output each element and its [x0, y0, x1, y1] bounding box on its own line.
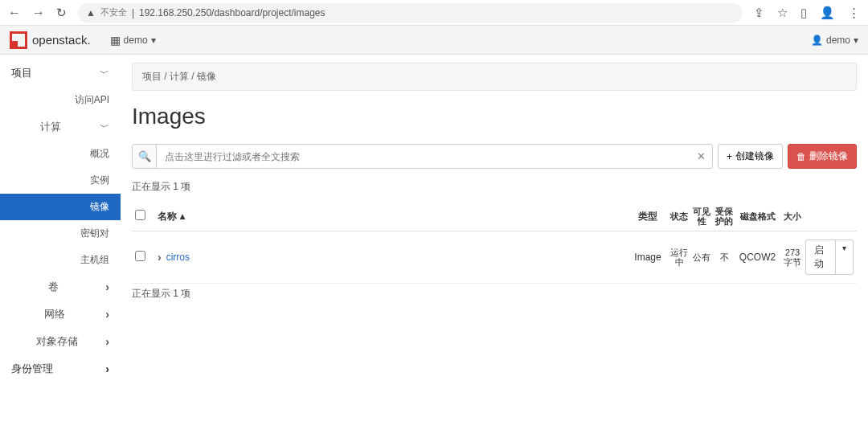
user-name: demo	[826, 35, 850, 46]
row-visibility: 公有	[690, 252, 713, 262]
sort-asc-icon: ▴	[180, 211, 185, 222]
browser-chrome: ← → ↻ ▲ 不安全 | 192.168.250.250/dashboard/…	[0, 0, 868, 26]
insecure-label: 不安全	[100, 6, 127, 18]
chevron-right-icon: ›	[105, 362, 109, 375]
sidebar-item-instances[interactable]: 实例	[0, 167, 121, 194]
sidebar-item-overview[interactable]: 概况	[0, 141, 121, 167]
sidebar-item-hostgroups[interactable]: 主机组	[0, 247, 121, 273]
menu-icon[interactable]: ⋮	[848, 6, 860, 20]
clear-search-icon[interactable]: ✕	[691, 145, 712, 168]
breadcrumb: 项目 / 计算 / 镜像	[132, 63, 857, 91]
header-checkbox-cell	[135, 210, 158, 223]
address-separator: |	[132, 7, 134, 18]
action-dropdown-caret-icon[interactable]: ▾	[836, 240, 853, 274]
insecure-warning-icon: ▲	[86, 7, 96, 18]
header-disk-format[interactable]: 磁盘格式	[735, 211, 780, 221]
row-checkbox-cell	[135, 251, 158, 264]
star-icon[interactable]: ☆	[777, 6, 788, 20]
row-status: 运行中	[668, 248, 690, 267]
header-type[interactable]: 类型	[628, 210, 668, 223]
launch-button[interactable]: 启动	[806, 240, 836, 274]
breadcrumb-images: 镜像	[197, 71, 216, 82]
count-top: 正在显示 1 项	[132, 177, 857, 202]
main-content: 项目 / 计算 / 镜像 Images 🔍 ✕ + 创建镜像 🗑 删除镜像 正在…	[121, 55, 868, 383]
chevron-down-icon: ﹀	[100, 67, 109, 80]
openstack-logo-icon	[10, 31, 27, 49]
search-container: 🔍 ✕	[132, 144, 713, 169]
brand-text: openstack.	[32, 33, 91, 47]
row-protected: 不	[713, 252, 735, 262]
page-title: Images	[132, 104, 857, 129]
row-name-cell[interactable]: › cirros	[158, 251, 628, 264]
header-name[interactable]: 名称 ▴	[158, 210, 628, 223]
chevron-right-icon: ›	[105, 308, 109, 321]
chevron-right-icon: ›	[105, 280, 109, 293]
sidebar-item-identity[interactable]: 身份管理 ›	[0, 355, 121, 383]
browser-right-icons: ⇪ ☆ ▯ 👤 ⋮	[754, 6, 860, 20]
images-table: 名称 ▴ 类型 状态 可见性 受保护的 磁盘格式 大小 › cirros	[132, 202, 857, 284]
chevron-right-icon: ›	[105, 335, 109, 348]
sidebar-item-images[interactable]: 镜像	[0, 194, 121, 220]
chevron-down-icon: ﹀	[100, 121, 109, 134]
header-status[interactable]: 状态	[668, 211, 690, 221]
search-icon[interactable]: 🔍	[133, 145, 157, 168]
delete-image-button[interactable]: 🗑 删除镜像	[788, 144, 857, 169]
expand-row-icon[interactable]: ›	[158, 251, 162, 264]
image-name-link[interactable]: cirros	[166, 252, 190, 263]
browser-reload-icon[interactable]: ↻	[56, 6, 67, 20]
toolbar: 🔍 ✕ + 创建镜像 🗑 删除镜像	[132, 144, 857, 169]
browser-address-bar[interactable]: ▲ 不安全 | 192.168.250.250/dashboard/projec…	[78, 3, 743, 23]
table-header: 名称 ▴ 类型 状态 可见性 受保护的 磁盘格式 大小	[132, 202, 857, 231]
plus-icon: +	[727, 151, 732, 162]
browser-url-text: 192.168.250.250/dashboard/project/images	[139, 7, 326, 18]
breadcrumb-project[interactable]: 项目	[142, 71, 162, 82]
user-selector[interactable]: 👤 demo ▾	[811, 35, 858, 46]
sidebar-item-keypairs[interactable]: 密钥对	[0, 220, 121, 247]
panel-icon[interactable]: ▯	[800, 6, 807, 20]
header-protected[interactable]: 受保护的	[713, 207, 735, 226]
row-action-button: 启动 ▾	[805, 239, 854, 275]
trash-icon: 🗑	[796, 151, 806, 162]
select-all-checkbox[interactable]	[135, 210, 145, 220]
chevron-down-icon: ▾	[151, 35, 156, 46]
sidebar-item-project[interactable]: 项目 ﹀	[0, 59, 121, 87]
chevron-down-icon: ▾	[854, 35, 858, 46]
row-type: Image	[628, 252, 668, 263]
sidebar-item-volumes[interactable]: 卷 ›	[0, 273, 121, 301]
sidebar-item-network[interactable]: 网络 ›	[0, 301, 121, 328]
sidebar-item-api[interactable]: 访问API	[0, 87, 121, 113]
search-input[interactable]	[157, 145, 691, 168]
table-row: › cirros Image 运行中 公有 不 QCOW2 273 字节 启动 …	[132, 231, 857, 284]
breadcrumb-compute[interactable]: 计算	[170, 71, 189, 82]
sidebar-item-compute[interactable]: 计算 ﹀	[0, 113, 121, 141]
app-header: openstack. ▦ demo ▾ 👤 demo ▾	[0, 26, 868, 55]
header-visibility[interactable]: 可见性	[690, 207, 713, 226]
row-action-cell: 启动 ▾	[805, 239, 854, 275]
browser-forward-icon[interactable]: →	[32, 6, 45, 20]
row-disk-format: QCOW2	[735, 252, 780, 263]
project-name: demo	[124, 35, 148, 46]
count-bottom: 正在显示 1 项	[132, 284, 857, 309]
row-size: 273 字节	[780, 248, 805, 267]
project-dot-icon: ▦	[110, 34, 121, 47]
row-select-checkbox[interactable]	[135, 251, 145, 261]
browser-back-icon[interactable]: ←	[8, 6, 21, 20]
profile-icon[interactable]: 👤	[820, 6, 835, 20]
header-size[interactable]: 大小	[780, 211, 805, 221]
sidebar-item-object-storage[interactable]: 对象存储 ›	[0, 328, 121, 355]
user-icon: 👤	[811, 35, 823, 46]
share-icon[interactable]: ⇪	[754, 6, 764, 20]
create-image-button[interactable]: + 创建镜像	[718, 144, 783, 169]
project-selector[interactable]: ▦ demo ▾	[110, 34, 156, 47]
sidebar: 项目 ﹀ 访问API 计算 ﹀ 概况 实例 镜像 密钥对 主机组 卷 › 网	[0, 55, 121, 383]
